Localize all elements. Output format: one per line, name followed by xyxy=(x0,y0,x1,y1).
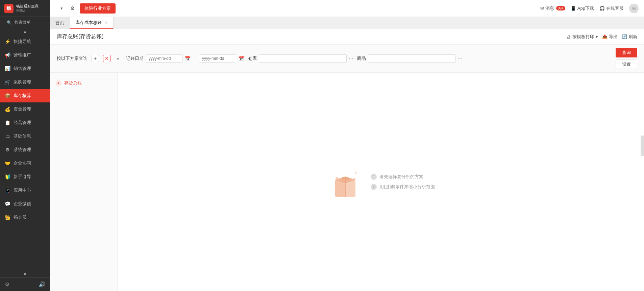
scheme-item[interactable]: 存货总账 xyxy=(50,77,117,90)
sidebar-item-label: 销售管理 xyxy=(14,66,31,72)
filter-date-group: 记账日期 📅 — 📅 xyxy=(126,54,244,63)
hint-num-2: 2 xyxy=(371,184,377,190)
export-icon: 📤 xyxy=(602,34,608,39)
finance-icon: 💰 xyxy=(4,106,11,112)
svg-rect-5 xyxy=(342,177,349,179)
sidebar-item-sales[interactable]: 📊 销售管理 xyxy=(0,62,50,75)
empty-state: ✦ 1 请先选择要分析的方案 2 用[过滤]条件来缩小分析范围 xyxy=(118,73,644,291)
filter-bar: 按以下方案查询 + ✕ « 记账日期 📅 — 📅 仓库 ··· 商品 ··· xyxy=(50,45,644,73)
headset-icon: 🎧 xyxy=(599,6,605,11)
right-panel-indicator[interactable] xyxy=(641,136,644,156)
hint-num-1: 1 xyxy=(371,174,377,180)
user-avatar[interactable]: Rit xyxy=(629,4,639,13)
scheme-sidebar: 存货总账 xyxy=(50,73,118,291)
dropdown-btn[interactable]: ▾ xyxy=(58,5,65,12)
sidebar-item-marketing[interactable]: 📢 营销推广 xyxy=(0,48,50,62)
content-body: 存货总账 xyxy=(50,73,644,291)
message-icon: ✉ xyxy=(540,6,544,11)
tab-close-btn[interactable]: ✕ xyxy=(104,20,108,25)
print-icon: 🖨 xyxy=(567,34,571,39)
sidebar: 畅 畅捷通好生意 标准版 🔍 搜索菜单 ▲ ⚡ 快捷导航 📢 营销推广 📊 销售… xyxy=(0,0,50,291)
filter-add-btn[interactable]: + xyxy=(92,55,99,62)
online-service-item[interactable]: 🎧 在线客服 xyxy=(599,5,624,11)
enterprise-icon: 🤝 xyxy=(4,161,11,166)
query-btn[interactable]: 查询 xyxy=(616,48,637,57)
date-label: 记账日期 xyxy=(126,55,144,62)
sidebar-item-app-center[interactable]: 📱 应用中心 xyxy=(0,184,50,197)
date-start-input[interactable] xyxy=(146,54,183,63)
sidebar-item-operations[interactable]: 📋 经营管理 xyxy=(0,116,50,129)
sidebar-item-finance[interactable]: 💰 资金管理 xyxy=(0,102,50,116)
refresh-btn[interactable]: 🔄 刷新 xyxy=(622,34,637,40)
industry-btn[interactable]: 体验行业方案 xyxy=(80,3,116,14)
sidebar-item-member[interactable]: 👑 畅会员 xyxy=(0,211,50,224)
app-download-item[interactable]: 📱 App下载 xyxy=(571,5,594,11)
speaker-footer-icon[interactable]: 🔊 xyxy=(39,281,45,288)
member-icon: 👑 xyxy=(4,215,11,220)
scheme-badge xyxy=(55,80,61,86)
empty-text-block: 1 请先选择要分析的方案 2 用[过滤]条件来缩小分析范围 xyxy=(371,174,435,190)
svg-text:✦: ✦ xyxy=(354,170,358,176)
sidebar-item-inventory[interactable]: 📦 库存核算 xyxy=(0,89,50,102)
filter-actions: 查询 设置 xyxy=(616,48,637,69)
tab-home-label: 首页 xyxy=(55,20,64,26)
sidebar-item-enterprise[interactable]: 🤝 企业协同 xyxy=(0,156,50,170)
sidebar-item-label: 采购管理 xyxy=(14,79,31,85)
main-area: ▾ ⚙ 体验行业方案 ✉ 消息 99+ 📱 App下载 🎧 在线客服 Rit 首… xyxy=(50,0,644,291)
warehouse-label: 仓库 xyxy=(248,55,257,62)
operations-icon: 📋 xyxy=(4,120,11,125)
hint-text-2: 用[过滤]条件来缩小分析范围 xyxy=(379,184,435,190)
settings-btn[interactable]: 设置 xyxy=(616,59,637,69)
calendar-end-icon[interactable]: 📅 xyxy=(238,56,244,61)
page-title: 库存总账(存货总账) xyxy=(57,33,104,40)
sidebar-search[interactable]: 🔍 搜索菜单 xyxy=(0,17,50,28)
sidebar-item-system[interactable]: ⚙ 系统管理 xyxy=(0,143,50,156)
sidebar-item-guide[interactable]: 🔰 新手引导 xyxy=(0,170,50,184)
sidebar-item-label: 基础信息 xyxy=(14,133,31,139)
scroll-down-btn[interactable]: ▼ xyxy=(0,271,50,277)
online-service-label: 在线客服 xyxy=(606,5,624,11)
settings-footer-icon[interactable]: ⚙ xyxy=(5,281,9,288)
filter-collapse-btn[interactable]: « xyxy=(115,55,122,62)
sidebar-item-quick-nav[interactable]: ⚡ 快捷导航 xyxy=(0,35,50,48)
print-btn[interactable]: 🖨 按模板打印 ▾ xyxy=(567,34,598,40)
content-area: 库存总账(存货总账) 🖨 按模板打印 ▾ 📤 导出 🔄 刷新 按以下方案查 xyxy=(50,29,644,291)
calendar-start-icon[interactable]: 📅 xyxy=(185,56,191,61)
tab-home[interactable]: 首页 xyxy=(50,17,70,29)
svg-point-6 xyxy=(336,177,338,179)
sidebar-item-enterprise-wx[interactable]: 💬 企业微信 xyxy=(0,197,50,211)
basic-info-icon: 🗂 xyxy=(4,134,11,139)
sidebar-footer: ⚙ 🔊 xyxy=(0,277,50,291)
sidebar-item-label: 企业协同 xyxy=(14,160,31,166)
sidebar-item-purchase[interactable]: 🛒 采购管理 xyxy=(0,75,50,89)
enterprise-wx-icon: 💬 xyxy=(4,201,11,207)
warehouse-input[interactable] xyxy=(259,54,347,63)
goods-more-icon[interactable]: ··· xyxy=(458,55,462,62)
filter-clear-btn[interactable]: ✕ xyxy=(103,55,110,62)
sidebar-item-label: 营销推广 xyxy=(14,52,31,58)
goods-input[interactable] xyxy=(368,54,456,63)
sidebar-item-label: 经营管理 xyxy=(14,120,31,126)
app-center-icon: 📱 xyxy=(4,188,11,193)
sales-icon: 📊 xyxy=(4,66,11,71)
sidebar-item-label: 资金管理 xyxy=(14,106,31,112)
empty-content: ✦ 1 请先选择要分析的方案 2 用[过滤]条件来缩小分析范围 xyxy=(327,163,435,201)
scroll-up-btn[interactable]: ▲ xyxy=(0,28,50,35)
system-icon: ⚙ xyxy=(4,147,11,152)
sidebar-item-label: 企业微信 xyxy=(14,201,31,207)
sidebar-nav: ⚡ 快捷导航 📢 营销推广 📊 销售管理 🛒 采购管理 📦 库存核算 💰 资金管… xyxy=(0,35,50,271)
sidebar-item-basic-info[interactable]: 🗂 基础信息 xyxy=(0,129,50,143)
gear-btn[interactable]: ⚙ xyxy=(68,4,77,13)
tab-inventory-ledger[interactable]: 库存成本总账 ✕ xyxy=(70,17,114,29)
date-end-input[interactable] xyxy=(199,54,236,63)
tab-inventory-ledger-label: 库存成本总账 xyxy=(75,20,102,26)
message-item[interactable]: ✉ 消息 99+ xyxy=(540,5,565,11)
warehouse-more-icon[interactable]: ··· xyxy=(349,55,353,62)
empty-hint-1: 1 请先选择要分析的方案 xyxy=(371,174,435,180)
header-left: ▾ ⚙ 体验行业方案 xyxy=(55,3,116,14)
filter-warehouse-group: 仓库 ··· xyxy=(248,54,353,63)
sidebar-item-label: 畅会员 xyxy=(14,214,27,220)
sidebar-item-label: 库存核算 xyxy=(14,93,31,99)
marketing-icon: 📢 xyxy=(4,52,11,58)
export-btn[interactable]: 📤 导出 xyxy=(602,34,618,40)
